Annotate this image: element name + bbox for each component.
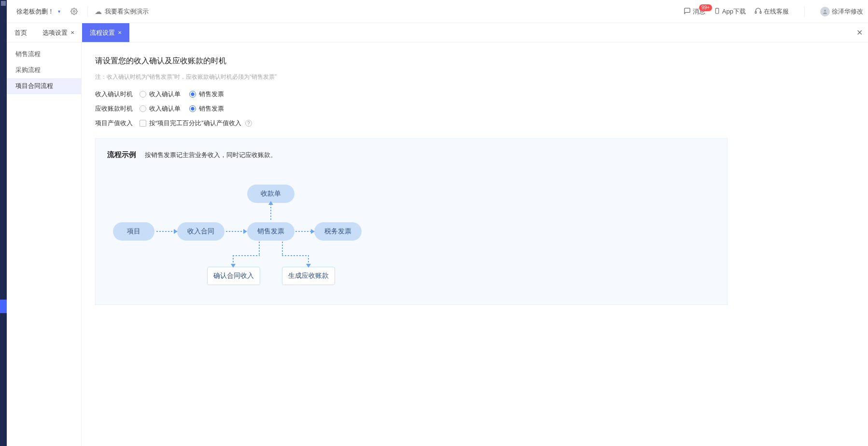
org-name: 徐老板勿删！ (16, 7, 54, 16)
org-selector[interactable]: 徐老板勿删！ ▾ (12, 0, 65, 23)
close-all-tabs-button[interactable]: ✕ (853, 26, 866, 40)
svg-rect-1 (715, 8, 719, 14)
top-header: 徐老板勿删！ ▾ ☁ 我要看实例演示 消息 99+ App下载 在线客服 (7, 0, 868, 23)
tab-home[interactable]: 首页 (7, 23, 35, 42)
header-right: 消息 99+ App下载 在线客服 徐泽华修改 (684, 6, 863, 17)
svg-rect-4 (760, 11, 761, 13)
tab-label: 选项设置 (42, 29, 68, 37)
tab-process[interactable]: 流程设置 ✕ (82, 23, 129, 42)
sliver-logo (1, 1, 6, 6)
headset-icon (755, 7, 762, 16)
close-icon[interactable]: ✕ (70, 30, 74, 35)
demo-link-label: 我要看实例演示 (105, 7, 149, 16)
phone-icon (714, 7, 720, 16)
cloud-icon: ☁ (95, 7, 102, 16)
avatar-icon (820, 7, 830, 16)
svg-rect-3 (755, 11, 756, 13)
messages-badge: 99+ (699, 4, 712, 11)
close-icon[interactable]: ✕ (118, 30, 122, 35)
support-button[interactable]: 在线客服 (755, 7, 789, 16)
left-nav-sliver (0, 0, 7, 43)
message-icon (684, 7, 691, 16)
tab-label: 首页 (14, 29, 27, 37)
user-name: 徐泽华修改 (832, 7, 863, 16)
divider (804, 6, 805, 17)
chevron-down-icon: ▾ (58, 9, 60, 14)
svg-point-0 (73, 11, 75, 13)
tab-strip: 首页 选项设置 ✕ 流程设置 ✕ ✕ (7, 23, 868, 43)
support-label: 在线客服 (764, 7, 789, 16)
tab-options[interactable]: 选项设置 ✕ (35, 23, 82, 42)
tab-label: 流程设置 (90, 29, 115, 37)
user-menu[interactable]: 徐泽华修改 (820, 7, 863, 16)
messages-button[interactable]: 消息 99+ (684, 7, 705, 16)
app-download-button[interactable]: App下载 (714, 7, 746, 16)
app-download-label: App下载 (722, 7, 746, 16)
divider (87, 6, 88, 17)
svg-point-5 (824, 10, 826, 12)
gear-icon[interactable] (67, 5, 81, 18)
demo-link[interactable]: ☁ 我要看实例演示 (95, 7, 149, 16)
